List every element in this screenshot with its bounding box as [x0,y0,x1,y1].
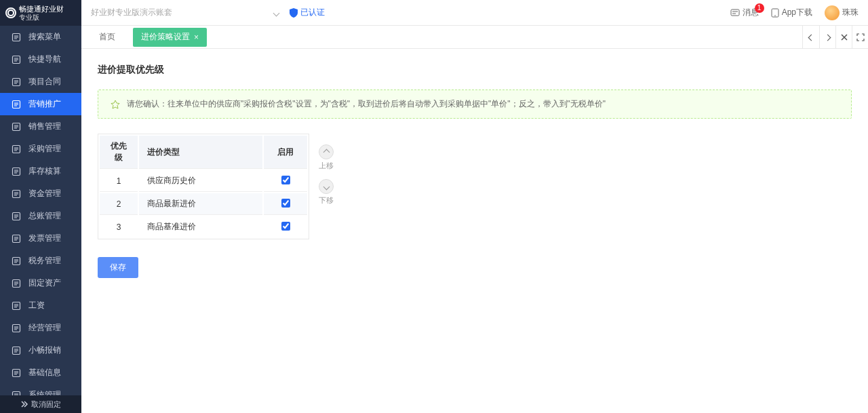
move-up-label: 上移 [319,161,334,171]
enable-checkbox[interactable] [281,222,290,231]
sidebar-item-label: 采购管理 [28,143,61,155]
info-icon [11,368,22,378]
sidebar-item-13[interactable]: 经营管理 [0,317,81,339]
search-icon [11,32,22,43]
brand-name: 畅捷通好业财 [19,5,64,13]
sidebar-unpin[interactable]: 取消固定 [0,395,81,413]
sidebar-item-6[interactable]: 库存核算 [0,160,81,182]
tab-1[interactable]: 进价策略设置× [133,28,207,47]
unpin-icon [20,400,28,408]
sidebar-item-label: 资金管理 [28,188,61,199]
sidebar-item-14[interactable]: 小畅报销 [0,339,81,361]
sidebar-item-label: 库存核算 [28,165,61,177]
shield-icon [290,8,298,18]
tab-next-button[interactable] [819,26,835,49]
tabs: 首页进价策略设置× [91,26,802,48]
info-icon [111,100,120,109]
phone-icon [771,8,779,18]
money-icon [11,189,22,199]
content: 进价提取优先级 请您确认：往来单位中的供应商"采购报价含税"设置，为"含税"，取… [81,49,868,413]
alert-text: 请您确认：往来单位中的供应商"采购报价含税"设置，为"含税"，取到进价后将自动带… [127,98,606,110]
sidebar-item-3[interactable]: 营销推广 [0,93,81,115]
sidebar-item-label: 销售管理 [28,121,61,132]
sidebar-item-4[interactable]: 销售管理 [0,115,81,138]
sidebar-item-8[interactable]: 总账管理 [0,205,81,227]
avatar-icon [825,5,840,20]
tab-close-icon[interactable]: × [194,33,199,42]
cell-type: 商品基准进价 [139,216,262,237]
tab-prev-button[interactable] [803,26,819,49]
invoice-icon [11,233,22,244]
sidebar-item-12[interactable]: 工资 [0,294,81,317]
marketing-icon [11,99,22,110]
cell-priority: 3 [100,216,138,237]
chevron-right-icon [825,33,830,42]
message-icon [730,8,740,18]
fullscreen-icon [856,33,865,41]
home-icon [11,54,22,65]
move-down-label: 下移 [319,195,334,205]
sidebar-item-10[interactable]: 税务管理 [0,250,81,272]
table-row[interactable]: 2商品最新进价 [100,193,307,215]
tab-label: 首页 [99,31,115,43]
move-up-button[interactable]: 上移 [319,144,334,171]
sidebar-item-7[interactable]: 资金管理 [0,182,81,205]
sidebar-item-1[interactable]: 快捷导航 [0,48,81,71]
contract-icon [11,77,22,87]
app-download-button[interactable]: App下载 [771,7,812,18]
table-row[interactable]: 1供应商历史价 [100,170,307,192]
info-alert: 请您确认：往来单位中的供应商"采购报价含税"设置，为"含税"，取到进价后将自动带… [98,90,852,119]
cell-priority: 2 [100,193,138,215]
col-enabled: 启用 [264,136,307,169]
cell-type: 供应商历史价 [139,170,262,192]
verified-badge: 已认证 [290,7,325,18]
priority-table: 优先级 进价类型 启用 1供应商历史价2商品最新进价3商品基准进价 [98,134,309,239]
warehouse-icon [11,166,22,177]
sidebar-item-label: 发票管理 [28,233,61,244]
user-menu[interactable]: 珠珠 [825,5,859,20]
ledger-icon [11,211,22,222]
cell-enabled [264,170,307,192]
sidebar-item-9[interactable]: 发票管理 [0,227,81,250]
cell-type: 商品最新进价 [139,193,262,215]
message-button[interactable]: 消息 1 [730,7,759,18]
move-down-button[interactable]: 下移 [319,179,334,205]
tabs-bar: 首页进价策略设置× [81,26,868,49]
sidebar-item-label: 快捷导航 [28,54,61,65]
table-row[interactable]: 3商品基准进价 [100,216,307,237]
account-select[interactable]: 好业财专业版演示账套 [91,7,279,18]
sidebar-item-2[interactable]: 项目合同 [0,71,81,93]
brand-header: 畅捷通好业财 专业版 [0,0,81,26]
verified-label: 已认证 [300,7,325,18]
tab-0[interactable]: 首页 [91,26,123,49]
biz-icon [11,323,22,334]
salary-icon [11,300,22,311]
sidebar-item-11[interactable]: 固定资产 [0,272,81,294]
cell-priority: 1 [100,170,138,192]
cart-icon [11,144,22,155]
tabs-actions [802,26,868,48]
tab-close-all-button[interactable] [835,26,852,49]
sidebar-item-15[interactable]: 基础信息 [0,361,81,384]
sidebar-item-label: 工资 [28,300,45,311]
tab-label: 进价策略设置 [141,31,190,43]
chevron-down-icon [274,8,279,18]
enable-checkbox[interactable] [281,199,290,208]
sidebar-item-5[interactable]: 采购管理 [0,138,81,160]
sidebar-item-label: 搜索菜单 [28,31,61,43]
enable-checkbox[interactable] [281,176,290,184]
user-label: 珠珠 [842,7,859,18]
sidebar: 畅捷通好业财 专业版 搜索菜单快捷导航项目合同营销推广销售管理采购管理库存核算资… [0,0,81,413]
sidebar-item-0[interactable]: 搜索菜单 [0,26,81,48]
svg-point-19 [774,15,776,16]
fullscreen-button[interactable] [852,26,868,49]
sidebar-item-16[interactable]: 系统管理 [0,384,81,395]
bag-icon [11,121,22,132]
sidebar-unpin-label: 取消固定 [31,399,61,410]
account-name: 好业财专业版演示账套 [91,7,172,18]
save-button[interactable]: 保存 [98,257,138,278]
asset-icon [11,278,22,289]
sidebar-item-label: 总账管理 [28,210,61,222]
close-icon [840,33,848,41]
cell-enabled [264,193,307,215]
